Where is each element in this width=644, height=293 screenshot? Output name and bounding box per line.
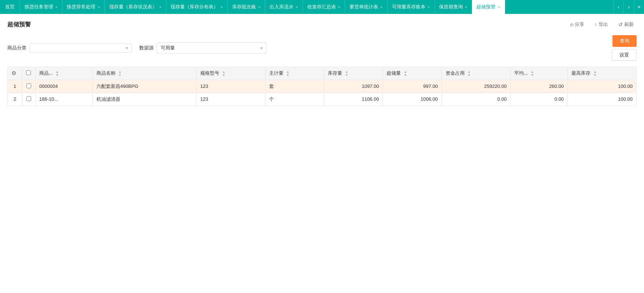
row-unit: 套 xyxy=(265,80,324,93)
nav-tab-8[interactable]: 可用量库存账本 × xyxy=(388,0,435,14)
table-row: 2 186-10... 机油滤清器 123 个 1106.00 1006.00 … xyxy=(8,93,637,105)
row-code: 186-10... xyxy=(36,93,93,105)
close-tab-4-icon[interactable]: × xyxy=(258,5,260,9)
select-all-checkbox[interactable] xyxy=(26,70,31,75)
share-button[interactable]: ⎋ 分享 xyxy=(567,20,587,29)
nav-tab-7[interactable]: 要货单统计表 × xyxy=(345,0,387,14)
th-gear: ⚙ xyxy=(8,67,22,80)
th-checkbox xyxy=(22,67,36,80)
datasource-label: 数据源 xyxy=(139,45,154,51)
close-tab-7-icon[interactable]: × xyxy=(380,5,383,9)
refresh-icon: ↺ xyxy=(618,22,623,27)
close-tab-10-icon[interactable]: × xyxy=(498,5,500,9)
row-over: 997.00 xyxy=(383,80,442,93)
sort-avg-icon: ▲▼ xyxy=(531,70,534,77)
share-icon: ⎋ xyxy=(570,22,573,27)
page-title: 超储预警 xyxy=(7,21,567,29)
export-icon: ↑ xyxy=(594,22,597,27)
table-row: 1 0000004 六配套新昌490BPG 123 套 1097.00 997.… xyxy=(8,80,637,93)
row-name: 六配套新昌490BPG xyxy=(92,80,196,93)
data-table: ⚙ 商品... ▲▼ 商品名称 ▲▼ 规格型号 ▲▼ 主计 xyxy=(7,67,637,106)
row-checkbox[interactable] xyxy=(26,84,31,88)
settings-button[interactable]: 设置 xyxy=(612,49,637,61)
sort-spec-icon: ▲▼ xyxy=(222,70,226,77)
row-stock: 1106.00 xyxy=(324,93,383,105)
th-code[interactable]: 商品... ▲▼ xyxy=(36,67,93,80)
page-header: 超储预警 ⎋ 分享 ↑ 导出 ↺ 刷新 xyxy=(7,20,637,29)
th-max-stock[interactable]: 最高库存 ▲▼ xyxy=(568,67,637,80)
row-spec: 123 xyxy=(197,93,266,105)
datasource-chevron-icon: ▾ xyxy=(260,46,263,51)
nav-tab-4[interactable]: 库存批次账 × xyxy=(228,0,265,14)
row-max-stock: 100.00 xyxy=(568,93,637,105)
close-tab-3-icon[interactable]: × xyxy=(220,5,223,9)
nav-tab-1[interactable]: 拣货异常处理 × xyxy=(62,0,105,14)
row-checkbox[interactable] xyxy=(26,96,31,101)
th-stock[interactable]: 库存量 ▲▼ xyxy=(324,67,383,80)
refresh-button[interactable]: ↺ 刷新 xyxy=(615,20,637,29)
nav-arrows: ‹ › × xyxy=(613,0,644,14)
close-tab-8-icon[interactable]: × xyxy=(428,5,430,9)
table-header-row: ⚙ 商品... ▲▼ 商品名称 ▲▼ 规格型号 ▲▼ 主计 xyxy=(8,67,637,80)
nav-close-button[interactable]: × xyxy=(634,0,644,14)
nav-tab-5[interactable]: 出入库流水 × xyxy=(265,0,303,14)
row-checkbox-cell xyxy=(22,80,36,93)
row-checkbox-cell xyxy=(22,93,36,105)
th-over[interactable]: 超储量 ▲▼ xyxy=(383,67,442,80)
nav-tab-9[interactable]: 保质期查询 × xyxy=(435,0,472,14)
nav-home[interactable]: 首页 xyxy=(0,0,20,14)
row-name: 机油滤清器 xyxy=(92,93,196,105)
datasource-filter: 数据源 可用量 ▾ xyxy=(139,42,267,53)
export-button[interactable]: ↑ 导出 xyxy=(592,20,611,29)
query-button[interactable]: 查询 xyxy=(612,35,637,47)
row-over: 1006.00 xyxy=(383,93,442,105)
close-tab-6-icon[interactable]: × xyxy=(338,5,340,9)
close-tab-5-icon[interactable]: × xyxy=(296,5,298,9)
nav-tab-2[interactable]: 现存量（库存状况表） × xyxy=(105,0,166,14)
close-tab-1-icon[interactable]: × xyxy=(98,5,100,9)
nav-tab-6[interactable]: 收发存汇总表 × xyxy=(303,0,345,14)
sort-name-icon: ▲▼ xyxy=(118,70,121,77)
row-index: 1 xyxy=(8,80,22,93)
row-max-stock: 100.00 xyxy=(568,80,637,93)
nav-prev-button[interactable]: ‹ xyxy=(613,0,623,14)
sort-max-stock-icon: ▲▼ xyxy=(593,70,597,77)
nav-tab-10[interactable]: 超储预警 × xyxy=(472,0,505,14)
row-avg: 0.00 xyxy=(511,93,568,105)
th-spec[interactable]: 规格型号 ▲▼ xyxy=(197,67,266,80)
category-select[interactable]: ▾ xyxy=(29,44,132,53)
close-tab-9-icon[interactable]: × xyxy=(465,5,467,9)
nav-tab-0[interactable]: 拣货任务管理 × xyxy=(20,0,62,14)
category-chevron-icon: ▾ xyxy=(126,46,128,51)
close-tab-2-icon[interactable]: × xyxy=(159,5,161,9)
th-unit[interactable]: 主计量 ▲▼ xyxy=(265,67,324,80)
sort-over-icon: ▲▼ xyxy=(404,70,407,77)
datasource-select-value: 可用量 xyxy=(161,45,175,51)
row-spec: 123 xyxy=(197,80,266,93)
sort-code-icon: ▲▼ xyxy=(55,70,59,77)
header-actions: ⎋ 分享 ↑ 导出 ↺ 刷新 xyxy=(567,20,637,29)
th-avg[interactable]: 平均... ▲▼ xyxy=(511,67,568,80)
category-label: 商品分类 xyxy=(7,45,26,51)
page-content: 超储预警 ⎋ 分享 ↑ 导出 ↺ 刷新 商品分类 ▾ 数据源 xyxy=(0,14,644,293)
category-filter: 商品分类 ▾ xyxy=(7,44,132,53)
datasource-select[interactable]: 可用量 ▾ xyxy=(157,42,267,53)
filter-buttons: 查询 设置 xyxy=(612,35,637,61)
gear-settings-icon[interactable]: ⚙ xyxy=(11,70,16,76)
filter-row: 商品分类 ▾ 数据源 可用量 ▾ 查询 设置 xyxy=(7,35,637,61)
row-unit: 个 xyxy=(265,93,324,105)
row-stock: 1097.00 xyxy=(324,80,383,93)
sort-stock-icon: ▲▼ xyxy=(345,70,348,77)
top-navigation: 首页 拣货任务管理 × 拣货异常处理 × 现存量（库存状况表） × 现存量（库存… xyxy=(0,0,644,14)
th-capital[interactable]: 资金占用 ▲▼ xyxy=(442,67,511,80)
row-capital: 0.00 xyxy=(442,93,511,105)
row-capital: 259220.00 xyxy=(442,80,511,93)
row-code: 0000004 xyxy=(36,80,93,93)
row-avg: 260.00 xyxy=(511,80,568,93)
nav-tab-3[interactable]: 现存量（库存分布表） × xyxy=(166,0,227,14)
row-index: 2 xyxy=(8,93,22,105)
sort-capital-icon: ▲▼ xyxy=(467,70,471,77)
nav-next-button[interactable]: › xyxy=(623,0,634,14)
th-name[interactable]: 商品名称 ▲▼ xyxy=(92,67,196,80)
close-tab-0-icon[interactable]: × xyxy=(55,5,58,9)
